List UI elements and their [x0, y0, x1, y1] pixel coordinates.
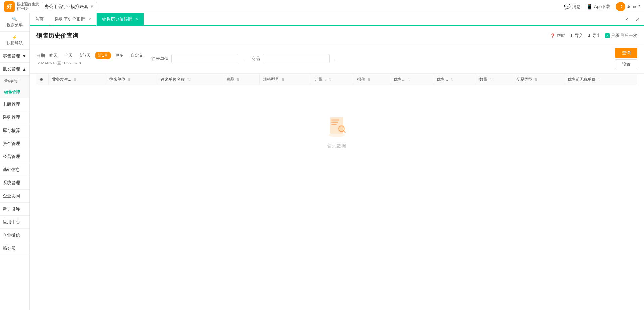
table-col-spec[interactable]: 规格型号 ⇅ [260, 74, 311, 85]
table-col-partner-name[interactable]: 往来单位名称 ⇅ [157, 74, 223, 85]
tab-expand-button[interactable]: ⤢ [633, 15, 641, 23]
sidebar-item-sales-mgmt[interactable]: 销售管理 [0, 87, 29, 98]
tab-close-all-button[interactable]: × [623, 15, 631, 23]
sidebar-item-basic-info[interactable]: 基础信息 [0, 163, 29, 176]
logo-area: 好 畅捷通好生意 标准版 [4, 1, 39, 12]
empty-state-text: 暂无数据 [327, 143, 346, 149]
sidebar-item-beginner-guide[interactable]: 新手引导 [0, 203, 29, 216]
tab-actions: × ⤢ [623, 15, 644, 23]
sidebar-item-finance[interactable]: 资金管理 [0, 137, 29, 150]
tab-home[interactable]: 首页 [30, 13, 49, 26]
sort-icon-qty: ⇅ [490, 78, 493, 81]
import-icon: ⬆ [570, 33, 573, 38]
date-btn-today[interactable]: 今天 [62, 52, 76, 59]
empty-state: 暂无数据 [36, 85, 637, 176]
sidebar-item-wholesale-mgmt[interactable]: 批发管理 ▲ [0, 63, 29, 76]
table-header: ⚙ 业务发生... ⇅ 往来单位 ⇅ 往来单位名称 [36, 74, 637, 85]
sidebar-item-search-menu[interactable]: 🔍 搜索菜单 [0, 13, 29, 32]
header: 好 畅捷通好生意 标准版 办公用品行业模拟账套 ▼ 💬 消息 📱 App下载 D… [0, 0, 644, 13]
sidebar-item-system-mgmt[interactable]: 系统管理 [0, 176, 29, 190]
app-selector[interactable]: 办公用品行业模拟账套 ▼ [42, 2, 97, 11]
gear-icon[interactable]: ⚙ [40, 77, 43, 82]
date-btn-yesterday[interactable]: 昨天 [46, 52, 60, 59]
tab-purchase-history[interactable]: 采购历史价跟踪 × [49, 13, 97, 26]
goods-label: 商品 [251, 56, 260, 62]
date-btn-custom[interactable]: 自定义 [128, 52, 146, 59]
settings-button[interactable]: 设置 [615, 59, 637, 69]
partner-filter-group: 往来单位 ... [151, 54, 246, 63]
table-col-pre-discount-price[interactable]: 优惠前无税单价 ⇅ [564, 74, 637, 85]
page-title: 销售历史价查询 [36, 32, 78, 40]
message-nav-item[interactable]: 💬 消息 [564, 3, 581, 10]
tab-bar: 首页 采购历史价跟踪 × 销售历史价跟踪 × × ⤢ [30, 13, 644, 26]
dropdown-arrow-icon: ▼ [90, 4, 94, 9]
sidebar-item-membership[interactable]: 畅会员 [0, 242, 29, 255]
svg-rect-2 [331, 119, 339, 120]
goods-input[interactable] [263, 54, 330, 63]
tab-close-sales-history[interactable]: × [136, 17, 138, 22]
table-col-qty[interactable]: 数量 ⇅ [476, 74, 513, 85]
date-btn-1month[interactable]: 近1月 [95, 52, 111, 59]
sidebar: 🔍 搜索菜单 ⚡ 快捷导航 零售管理 ▼ 批发管理 ▲ 营销推广 销售管理 电商… [0, 13, 30, 310]
table-header-row: ⚙ 业务发生... ⇅ 往来单位 ⇅ 往来单位名称 [36, 74, 637, 85]
empty-state-icon [323, 112, 350, 139]
data-table: ⚙ 业务发生... ⇅ 往来单位 ⇅ 往来单位名称 [36, 74, 637, 85]
date-btn-7days[interactable]: 近7天 [77, 52, 94, 59]
goods-dots[interactable]: ... [332, 56, 337, 62]
table-col-discount2[interactable]: 优惠... ⇅ [433, 74, 476, 85]
sidebar-item-business-mgmt[interactable]: 经营管理 [0, 150, 29, 163]
sidebar-item-app-center[interactable]: 应用中心 [0, 216, 29, 229]
table-col-biz-date[interactable]: 业务发生... ⇅ [48, 74, 106, 85]
sidebar-item-wecom[interactable]: 企业微信 [0, 229, 29, 242]
table-col-trade-type[interactable]: 交易类型 ⇅ [513, 74, 564, 85]
sidebar-item-purchase-mgmt[interactable]: 采购管理 [0, 111, 29, 124]
table-col-partner-code[interactable]: 往来单位 ⇅ [106, 74, 157, 85]
logo-icon: 好 [4, 1, 15, 12]
user-nav-item[interactable]: D demo2 [616, 2, 640, 11]
last-only-checkbox[interactable]: ✓ 只看最后一次 [605, 33, 637, 39]
partner-input[interactable] [171, 54, 238, 63]
import-action[interactable]: ⬆ 导入 [570, 33, 583, 39]
date-buttons: 日期 昨天 今天 近7天 近1月 更多 自定义 [36, 52, 146, 59]
sidebar-item-retail-mgmt[interactable]: 零售管理 ▼ [0, 50, 29, 63]
page-header-actions: ❓ 帮助 ⬆ 导入 ⬇ 导出 ✓ 只看最后一次 [550, 33, 637, 39]
date-btn-more[interactable]: 更多 [112, 52, 126, 59]
sidebar-item-quick-nav[interactable]: ⚡ 快捷导航 [0, 32, 29, 50]
content-area: 首页 采购历史价跟踪 × 销售历史价跟踪 × × ⤢ 销售历史价查询 [30, 13, 644, 310]
logo-text: 畅捷通好生意 标准版 [17, 2, 39, 11]
chevron-down-icon: ▼ [22, 54, 26, 59]
svg-rect-4 [331, 124, 337, 125]
table-col-unit[interactable]: 计量... ⇅ [311, 74, 354, 85]
date-filter: 日期 昨天 今天 近7天 近1月 更多 自定义 2023-02-18 至 202… [36, 52, 146, 66]
table-col-discount1[interactable]: 优惠... ⇅ [390, 74, 433, 85]
export-icon: ⬇ [587, 33, 591, 38]
filter-action-buttons: 查询 设置 [615, 48, 637, 69]
table-col-goods[interactable]: 商品 ⇅ [223, 74, 259, 85]
sort-icon-partner-name: ⇅ [187, 78, 190, 81]
page-header: 销售历史价查询 ❓ 帮助 ⬆ 导入 ⬇ 导出 ✓ [30, 26, 644, 44]
tab-sales-history[interactable]: 销售历史价跟踪 × [97, 13, 144, 26]
username-label: demo2 [627, 4, 640, 9]
chevron-up-icon: ▲ [22, 67, 26, 72]
sort-icon-biz-date: ⇅ [74, 78, 76, 81]
date-range-display: 2023-02-18 至 2023-03-18 [38, 61, 81, 66]
tab-close-purchase-history[interactable]: × [89, 17, 91, 22]
sidebar-item-marketing[interactable]: 营销推广 [0, 76, 29, 87]
partner-dots[interactable]: ... [241, 56, 246, 62]
sort-icon-unit: ⇅ [328, 78, 331, 81]
app-download-nav-item[interactable]: 📱 App下载 [586, 3, 610, 10]
header-right: 💬 消息 📱 App下载 D demo2 [564, 2, 640, 11]
sidebar-item-ecommerce[interactable]: 电商管理 [0, 98, 29, 111]
user-avatar: D [616, 2, 625, 11]
app-name-label: 办公用品行业模拟账套 [45, 4, 88, 10]
query-button[interactable]: 查询 [615, 48, 637, 58]
main-layout: 🔍 搜索菜单 ⚡ 快捷导航 零售管理 ▼ 批发管理 ▲ 营销推广 销售管理 电商… [0, 13, 644, 310]
sort-icon-discount2: ⇅ [450, 78, 453, 81]
page-content: 销售历史价查询 ❓ 帮助 ⬆ 导入 ⬇ 导出 ✓ [30, 26, 644, 310]
table-col-quote[interactable]: 报价 ⇅ [354, 74, 390, 85]
sidebar-item-inventory[interactable]: 库存核算 [0, 124, 29, 137]
export-action[interactable]: ⬇ 导出 [587, 33, 601, 39]
table-col-gear: ⚙ [36, 74, 48, 85]
sidebar-item-corp-collab[interactable]: 企业协同 [0, 190, 29, 203]
help-action[interactable]: ❓ 帮助 [550, 33, 566, 39]
